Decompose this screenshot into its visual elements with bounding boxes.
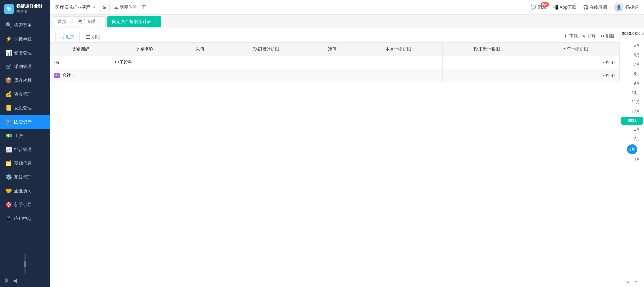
month-item-8[interactable]: 8月 [621, 69, 643, 78]
month-item-10[interactable]: 10月 [621, 88, 643, 97]
sidebar-item-funds[interactable]: 💰 资金管理 [0, 87, 50, 101]
sub-tabs-bar: ◎ 汇总 ☰ 明细 ⬇ 下载 🖨 打印 [50, 28, 620, 42]
sidebar-item-cooperation[interactable]: 🤝 企业协同 [0, 184, 50, 198]
guide-icon: 🎯 [5, 201, 11, 208]
sidebar-item-basic-info[interactable]: 🗂️ 基础信息 [0, 156, 50, 170]
col-header-initial-dep: 期初累计折旧 [222, 43, 310, 56]
detail-icon: ☰ [86, 34, 90, 40]
sub-tab-detail[interactable]: ☰ 明细 [81, 32, 105, 42]
sidebar-item-label: 工资 [14, 133, 23, 139]
online-support-button[interactable]: 🎧 在线客服 [583, 4, 607, 10]
payroll-icon: 💵 [5, 132, 11, 139]
date-bottom-nav: ▲ ▼ [620, 276, 644, 287]
sidebar-item-payroll[interactable]: 💵 工资 [0, 129, 50, 142]
total-icon: 合 [54, 73, 60, 78]
panel-expand-icon[interactable]: ⤢ [641, 31, 644, 36]
cell-total-annual-dep: 791.67 [531, 69, 620, 82]
tab-home[interactable]: 首页 [53, 16, 71, 27]
table-area: 类别编码 类别名称 原值 期初累计折旧 净值 本月计提折旧 期末累计折旧 本年计… [50, 42, 620, 287]
col-header-original: 原值 [178, 43, 222, 56]
main-area: 医疗器械行业演示 ▼ ⚙ ☁ 我要体验一下 💬 消息 99+ 📲 App下载 🎧… [50, 0, 644, 287]
cell-total-label: 合 合计： [50, 69, 178, 82]
sub-tab-summary-label: 汇总 [66, 34, 74, 40]
experience-button[interactable]: ☁ 我要体验一下 [114, 4, 146, 10]
sidebar-item-quick-nav[interactable]: ⚡ 快捷导航 [0, 32, 50, 46]
cell-original-value [178, 56, 222, 69]
sidebar-item-purchase[interactable]: 🛒 采购管理 [0, 60, 50, 73]
sidebar-item-guide[interactable]: 🎯 新手引导 [0, 198, 50, 212]
company-dropdown-icon: ▼ [92, 5, 96, 9]
month-item-2023-3[interactable]: 3月 [627, 144, 637, 154]
app-download-icon: 📲 [553, 5, 558, 10]
refresh-button[interactable]: ↻ 刷新 [601, 33, 614, 39]
purchase-icon: 🛒 [5, 63, 11, 70]
avatar: 👤 [614, 3, 623, 12]
month-item-2023-1[interactable]: 1月 [621, 125, 643, 134]
date-nav-down[interactable]: ▼ [633, 278, 640, 285]
date-scroll[interactable]: 5月 6月 7月 8月 9月 10月 11月 12月 2023 1月 2月 3月… [620, 39, 644, 276]
cell-annual-dep: 791.67 [531, 56, 620, 69]
table-header-row: 类别编码 类别名称 原值 期初累计折旧 净值 本月计提折旧 期末累计折旧 本年计… [50, 43, 620, 56]
print-button[interactable]: 🖨 打印 [582, 33, 596, 39]
tab-asset-close-icon[interactable]: ✕ [97, 20, 101, 24]
sidebar-item-fixed-assets[interactable]: 🏗️ 固定资产 [0, 115, 50, 129]
month-item-11[interactable]: 11月 [621, 98, 643, 107]
sub-tab-summary[interactable]: ◎ 汇总 [55, 32, 80, 42]
sidebar-item-label: 搜索菜单 [14, 22, 32, 28]
sidebar-scrollbar[interactable] [24, 253, 26, 274]
tabs-bar: 首页 资产管理 ✕ 固定资产折旧统计表 ✕ [50, 15, 644, 28]
search-icon: 🔍 [5, 22, 11, 28]
month-item-5[interactable]: 5月 [621, 41, 643, 50]
download-icon: ⬇ [564, 34, 568, 39]
month-item-7[interactable]: 7月 [621, 60, 643, 69]
sidebar-item-sales[interactable]: 📊 销售管理 [0, 46, 50, 60]
fixed-assets-icon: 🏗️ [5, 119, 11, 125]
month-item-9[interactable]: 9月 [621, 79, 643, 88]
date-nav-up[interactable]: ▲ [625, 278, 632, 285]
cooperation-icon: 🤝 [5, 188, 11, 194]
sidebar-item-app-center[interactable]: 📱 应用中心 [0, 212, 50, 225]
topbar-right: 💬 消息 99+ 📲 App下载 🎧 在线客服 👤 畅捷通 [531, 3, 639, 12]
cell-total-net-value [310, 69, 354, 82]
panel-close-icon[interactable]: ✕ [637, 31, 641, 36]
sidebar-item-system[interactable]: ⚙️ 系统管理 [0, 170, 50, 184]
month-item-2023-3-wrapper: 3月 [620, 144, 644, 154]
tab-asset-management[interactable]: 资产管理 ✕ [73, 16, 106, 27]
table-row[interactable]: 05 电子设备 791.67 [50, 56, 620, 69]
topbar-settings-button[interactable]: ⚙ [100, 3, 110, 12]
sidebar-item-ledger[interactable]: 📒 总账管理 [0, 101, 50, 115]
sidebar-item-label: 库存核算 [14, 77, 32, 84]
cell-ending-dep [442, 56, 531, 69]
company-selector[interactable]: 医疗器械行业演示 ▼ [55, 4, 96, 10]
month-item-2023-4[interactable]: 4月 [621, 155, 643, 164]
month-item-2023-2[interactable]: 2月 [621, 134, 643, 144]
month-item-12[interactable]: 12月 [621, 107, 643, 116]
user-avatar[interactable]: 👤 畅捷通 [614, 3, 639, 12]
col-header-ending-dep: 期末累计折旧 [442, 43, 531, 56]
summary-icon: ◎ [60, 34, 64, 40]
sales-icon: 📊 [5, 50, 11, 56]
month-item-6[interactable]: 6月 [621, 51, 643, 60]
funds-icon: 💰 [5, 91, 11, 97]
sidebar-item-operations[interactable]: 📈 经营管理 [0, 142, 50, 156]
cell-monthly-dep [354, 56, 443, 69]
messages-button[interactable]: 💬 消息 99+ [531, 4, 546, 10]
sidebar-settings-button[interactable]: ⚙ [4, 277, 9, 284]
logo-title: 畅捷通好业财 [16, 3, 42, 9]
sidebar-item-inventory[interactable]: 📦 库存核算 [0, 73, 50, 87]
tab-depreciation-close-icon[interactable]: ✕ [153, 20, 157, 24]
sidebar-menu: 🔍 搜索菜单 ⚡ 快捷导航 📊 销售管理 🛒 采购管理 📦 库存核算 💰 资金管… [0, 18, 50, 253]
sidebar-item-label: 系统管理 [14, 174, 32, 180]
sidebar-collapse-button[interactable]: ◀ [13, 277, 17, 284]
sidebar-item-label: 新手引导 [14, 202, 32, 208]
right-panel-title: 2023.03 [622, 31, 637, 36]
sidebar-footer: ⚙ ◀ [0, 274, 50, 287]
app-download-button[interactable]: 📲 App下载 [553, 4, 576, 10]
main-content: ◎ 汇总 ☰ 明细 ⬇ 下载 🖨 打印 [50, 28, 620, 287]
download-button[interactable]: ⬇ 下载 [564, 33, 578, 39]
right-panel: 2023.03 ✕ ⤢ 5月 6月 7月 8月 9月 10月 11月 12月 2… [620, 28, 644, 287]
tab-depreciation-report[interactable]: 固定资产折旧统计表 ✕ [107, 16, 161, 27]
cell-total-initial-dep [222, 69, 310, 82]
col-header-annual-dep: 本年计提折旧 [531, 43, 620, 56]
sidebar-item-search[interactable]: 🔍 搜索菜单 [0, 18, 50, 32]
